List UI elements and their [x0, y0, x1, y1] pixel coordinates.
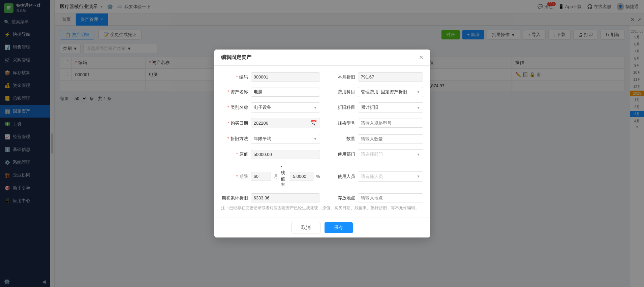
dep-subject-value: 累计折旧: [361, 104, 417, 110]
modal-overlay: 编辑固定资产 ✕ * 编码 本月折旧: [0, 0, 644, 287]
form-item-asset-name: * 资产名称: [221, 87, 320, 97]
category-arrow-icon: ▼: [314, 106, 317, 109]
dep-method-arrow-icon: ▼: [314, 137, 317, 141]
residual-rate-input[interactable]: [290, 172, 313, 181]
category-name-label: * 类别名称: [221, 104, 248, 110]
form-item-dep-method: * 折旧方法 年限平均 ▼: [221, 134, 320, 144]
category-value: 电子设备: [254, 104, 314, 110]
residual-rate-unit: %: [316, 174, 320, 179]
dep-subject-label: 折旧科目: [328, 104, 355, 110]
dep-method-value: 年限平均: [254, 136, 314, 142]
dep-method-label: * 折旧方法: [221, 136, 248, 142]
period-label: * 期限: [221, 173, 248, 180]
form-item-expense-subject: 费用科目 管理费用_固定资产折旧 ▼: [328, 87, 423, 97]
form-item-department: 使用部门 请选择部门 ▼: [328, 149, 423, 159]
initial-acc-label: 期初累计折旧: [221, 195, 248, 201]
dep-subject-select[interactable]: 累计折旧 ▼: [358, 102, 423, 113]
department-label: 使用部门: [328, 151, 355, 157]
user-select[interactable]: 请选择人员 ▼: [358, 171, 423, 182]
form-item-user: 使用人员 请选择人员 ▼: [328, 165, 423, 188]
expense-subject-value: 管理费用_固定资产折旧: [361, 89, 417, 95]
modal-footer: 取消 保存: [214, 218, 430, 237]
modal-close-button[interactable]: ✕: [419, 54, 423, 61]
expense-subject-label: 费用科目: [328, 89, 355, 95]
purchase-date-field[interactable]: 📅: [251, 118, 320, 128]
form-item-location: 存放地点: [328, 193, 423, 202]
modal-title: 编辑固定资产: [221, 54, 251, 61]
asset-name-input[interactable]: [251, 88, 320, 97]
user-placeholder: 请选择人员: [361, 173, 417, 180]
edit-asset-modal: 编辑固定资产 ✕ * 编码 本月折旧: [214, 50, 430, 237]
form-item-quantity: 数量: [328, 134, 423, 144]
form-item-code: * 编码: [221, 72, 320, 82]
asset-name-label: * 资产名称: [221, 89, 248, 95]
save-button[interactable]: 保存: [325, 222, 353, 233]
department-arrow-icon: ▼: [417, 153, 420, 156]
form-item-period: * 期限 月 * 残值率 %: [221, 165, 320, 188]
user-arrow-icon: ▼: [417, 174, 420, 178]
modal-note: 注：已经存在变更记录或者对应固定资产已经生成凭证，原值、购买日期、残值率、累计折…: [221, 205, 423, 211]
spec-input[interactable]: [358, 119, 423, 128]
residual-rate-label: * 残值率: [281, 165, 287, 188]
form-item-initial-acc: 期初累计折旧: [221, 193, 320, 202]
initial-acc-input[interactable]: [251, 193, 320, 202]
form-item-category: * 类别名称 电子设备 ▼: [221, 102, 320, 113]
dep-method-select[interactable]: 年限平均 ▼: [251, 134, 320, 144]
dep-subject-arrow-icon: ▼: [417, 106, 420, 109]
monthly-dep-label: 本月折旧: [328, 74, 355, 80]
modal-header: 编辑固定资产 ✕: [214, 50, 430, 66]
department-placeholder: 请选择部门: [361, 151, 417, 157]
user-label: 使用人员: [328, 173, 355, 180]
quantity-label: 数量: [328, 136, 355, 142]
monthly-dep-input[interactable]: [358, 72, 423, 82]
location-label: 存放地点: [328, 195, 355, 201]
form-item-purchase-date: * 购买日期 📅: [221, 118, 320, 128]
expense-subject-arrow-icon: ▼: [417, 90, 420, 94]
expense-subject-select[interactable]: 管理费用_固定资产折旧 ▼: [358, 87, 423, 97]
period-input[interactable]: [251, 172, 271, 181]
category-select[interactable]: 电子设备 ▼: [251, 102, 320, 113]
spec-label: 规格型号: [328, 120, 355, 126]
quantity-input[interactable]: [358, 134, 423, 144]
code-label: * 编码: [221, 74, 248, 80]
calendar-icon[interactable]: 📅: [310, 120, 317, 126]
form-item-dep-subject: 折旧科目 累计折旧 ▼: [328, 102, 423, 113]
cancel-button[interactable]: 取消: [292, 222, 320, 233]
code-input[interactable]: [251, 72, 320, 82]
period-unit: 月: [274, 173, 278, 180]
form-item-spec: 规格型号: [328, 118, 423, 128]
original-value-input[interactable]: [251, 150, 320, 159]
form-item-monthly-dep: 本月折旧: [328, 72, 423, 82]
location-input[interactable]: [358, 193, 423, 202]
purchase-date-label: * 购买日期: [221, 120, 248, 126]
purchase-date-input[interactable]: [254, 121, 310, 126]
form-item-original-value: * 原值: [221, 149, 320, 159]
form-grid: * 编码 本月折旧 * 资产名称 费: [221, 72, 423, 202]
modal-body: * 编码 本月折旧 * 资产名称 费: [214, 66, 430, 218]
period-row: 月 * 残值率 %: [251, 165, 320, 188]
original-value-label: * 原值: [221, 151, 248, 157]
department-select[interactable]: 请选择部门 ▼: [358, 149, 423, 159]
